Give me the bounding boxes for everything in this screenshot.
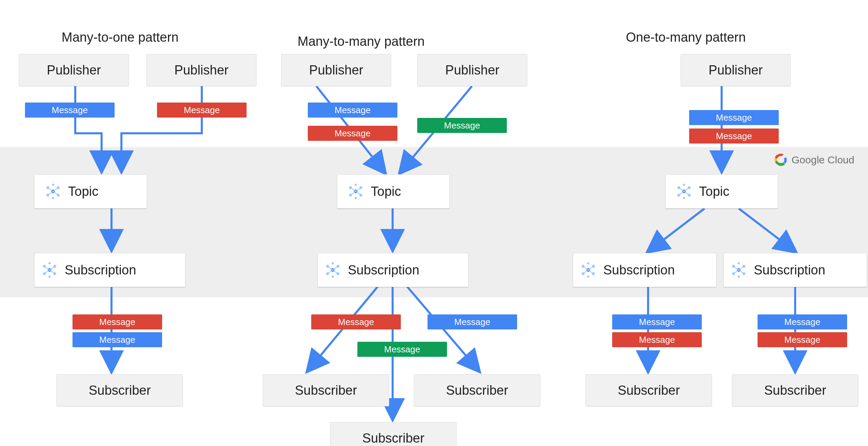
message-badge-blue: Message xyxy=(758,314,847,329)
svg-line-29 xyxy=(351,188,356,191)
svg-point-71 xyxy=(738,262,740,265)
message-badge-red: Message xyxy=(157,103,247,118)
svg-point-27 xyxy=(355,184,357,186)
svg-line-41 xyxy=(333,266,338,270)
publisher-box: Publisher xyxy=(281,54,391,86)
svg-point-60 xyxy=(587,262,590,265)
svg-line-32 xyxy=(356,191,361,195)
message-badge-blue: Message xyxy=(689,110,779,125)
pubsub-icon xyxy=(44,183,62,200)
title-many-to-one: Many-to-one pattern xyxy=(62,30,179,45)
pubsub-icon xyxy=(730,261,748,279)
pubsub-icon xyxy=(675,183,693,200)
svg-point-16 xyxy=(49,262,51,265)
subscriber-box: Subscriber xyxy=(56,374,183,406)
svg-line-74 xyxy=(739,266,744,270)
svg-point-17 xyxy=(49,275,51,278)
svg-line-65 xyxy=(588,270,593,274)
message-badge-red: Message xyxy=(689,129,779,144)
title-one-to-many: One-to-many pattern xyxy=(626,30,746,45)
title-many-to-many: Many-to-many pattern xyxy=(298,34,425,49)
pubsub-icon xyxy=(347,183,365,200)
message-badge-red: Message xyxy=(612,332,702,347)
message-badge-blue: Message xyxy=(25,103,115,118)
svg-line-51 xyxy=(679,188,684,191)
message-badge-red: Message xyxy=(73,314,162,329)
publisher-box: Publisher xyxy=(146,54,257,86)
svg-line-73 xyxy=(734,266,739,270)
publisher-box: Publisher xyxy=(417,54,527,86)
subscriber-box: Subscriber xyxy=(330,422,457,446)
message-badge-green: Message xyxy=(417,118,507,133)
svg-line-76 xyxy=(739,270,744,274)
subscription-box: Subscription xyxy=(723,253,867,287)
svg-point-5 xyxy=(52,184,54,186)
message-badge-blue: Message xyxy=(308,103,397,118)
svg-point-50 xyxy=(683,197,685,199)
svg-line-8 xyxy=(53,188,58,191)
svg-point-61 xyxy=(587,275,590,278)
svg-line-75 xyxy=(734,270,739,274)
svg-line-9 xyxy=(48,191,53,195)
topic-box: Topic xyxy=(34,174,147,208)
message-badge-blue: Message xyxy=(612,314,702,329)
subscriber-box: Subscriber xyxy=(586,374,712,406)
message-badge-red: Message xyxy=(758,332,847,347)
pubsub-icon xyxy=(324,261,342,279)
subscriber-box: Subscriber xyxy=(414,374,540,406)
svg-line-10 xyxy=(53,191,58,195)
svg-line-64 xyxy=(583,270,588,274)
svg-line-53 xyxy=(679,191,684,195)
svg-line-43 xyxy=(333,270,338,274)
svg-line-31 xyxy=(351,191,356,195)
pubsub-icon xyxy=(41,261,58,279)
publisher-box: Publisher xyxy=(681,54,791,86)
svg-line-18 xyxy=(44,266,50,270)
svg-line-40 xyxy=(328,266,333,270)
message-badge-green: Message xyxy=(357,342,447,357)
svg-line-42 xyxy=(328,270,333,274)
svg-line-62 xyxy=(583,266,588,270)
message-badge-blue: Message xyxy=(73,332,162,347)
svg-point-49 xyxy=(683,184,685,186)
svg-line-7 xyxy=(48,188,53,191)
svg-line-54 xyxy=(684,191,689,195)
topic-box: Topic xyxy=(337,174,450,208)
svg-line-30 xyxy=(356,188,361,191)
svg-line-21 xyxy=(50,270,55,274)
google-cloud-label: Google Cloud xyxy=(792,154,854,166)
subscription-box: Subscription xyxy=(317,253,469,287)
svg-point-39 xyxy=(332,275,334,278)
google-cloud-logo: Google Cloud xyxy=(774,153,854,167)
google-cloud-icon xyxy=(774,153,788,167)
subscriber-box: Subscriber xyxy=(732,374,858,406)
svg-point-72 xyxy=(738,275,740,278)
publisher-box: Publisher xyxy=(19,54,129,86)
message-badge-red: Message xyxy=(308,126,397,141)
subscription-box: Subscription xyxy=(34,253,185,287)
message-badge-red: Message xyxy=(311,314,401,329)
topic-box: Topic xyxy=(665,174,778,208)
pubsub-icon xyxy=(579,261,597,279)
subscription-box: Subscription xyxy=(573,253,716,287)
svg-line-19 xyxy=(50,266,55,270)
svg-line-20 xyxy=(44,270,50,274)
svg-point-6 xyxy=(52,197,54,199)
message-badge-blue: Message xyxy=(428,314,517,329)
svg-line-63 xyxy=(588,266,593,270)
svg-point-28 xyxy=(355,197,357,199)
subscriber-box: Subscriber xyxy=(263,374,389,406)
svg-point-38 xyxy=(332,262,334,265)
svg-line-52 xyxy=(684,188,689,191)
